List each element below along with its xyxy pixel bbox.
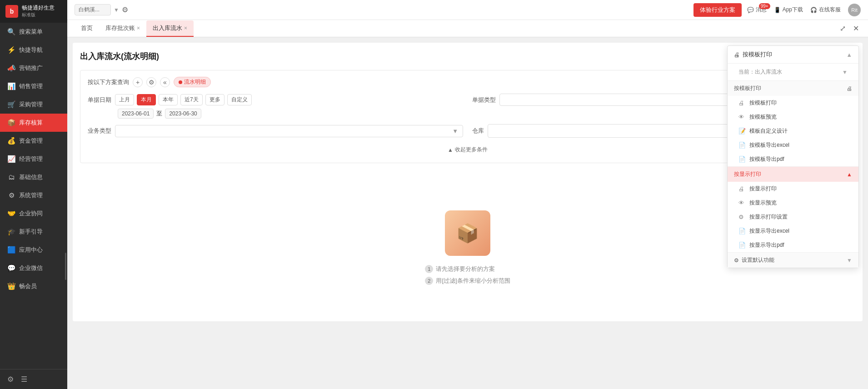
message-badge: 99+: [759, 3, 770, 9]
operation-icon: 📈: [7, 155, 15, 163]
sidebar-item-label-marketing: 营销推广: [19, 64, 43, 72]
dropdown-section-display-header[interactable]: 按显示打印 ▲: [728, 167, 858, 182]
template-export-pdf-label: 按模板导出pdf: [749, 155, 784, 163]
dropdown-panel: 🖨 按模板打印 ▲ 当前：出入库流水 ▼ 按模板打印 🖨 🖨 按模板打印 👁: [727, 45, 859, 268]
date-btn-last7[interactable]: 近7天: [180, 94, 203, 105]
display-print-settings-icon: ⚙: [738, 214, 746, 220]
dropdown-section-template-header[interactable]: 按模板打印 🖨: [728, 81, 858, 96]
date-from-input[interactable]: 2023-06-01: [118, 109, 154, 119]
template-custom-icon: 📝: [738, 128, 746, 135]
step-2-text: 用[过滤]条件来缩小分析范围: [436, 275, 510, 287]
topbar-avatar[interactable]: Rit: [848, 4, 861, 16]
tab-flow[interactable]: 出入库流水 ×: [146, 20, 194, 37]
topbar-dropdown-icon[interactable]: ▼: [114, 7, 119, 13]
empty-step-1: 1 请先选择要分析的方案: [425, 263, 510, 275]
dropdown-item-template-export-excel[interactable]: 📄 按模板导出excel: [728, 138, 858, 152]
filter-date-item: 单据日期 上月 本月 本年 近7天 更多 自定义: [88, 94, 463, 106]
template-custom-label: 模板自定义设计: [749, 127, 788, 135]
date-btn-this-year[interactable]: 本年: [159, 94, 178, 105]
tab-batch-close[interactable]: ×: [137, 25, 140, 31]
dropdown-section-display: 按显示打印 ▲ 🖨 按显示打印 👁 按显示预览 ⚙ 按显示打印设置 📄 按显示导…: [728, 167, 858, 253]
template-preview-icon: 👁: [738, 114, 746, 120]
tab-expand-icon[interactable]: ⤢: [838, 22, 848, 35]
message-icon: 💬: [747, 7, 754, 13]
sidebar-item-system[interactable]: ⚙系统管理: [0, 186, 67, 204]
sidebar-item-guide[interactable]: 🎓新手引导: [0, 223, 67, 241]
tab-home[interactable]: 首页: [75, 20, 99, 37]
app-download-icon: 📱: [774, 7, 781, 13]
sidebar-item-marketing[interactable]: 📣营销推广: [0, 59, 67, 77]
dropdown-footer[interactable]: ⚙ 设置默认功能 ▼: [728, 253, 858, 268]
sidebar-item-label-member: 畅会员: [19, 282, 37, 290]
topbar-gear-icon[interactable]: ⚙: [122, 5, 128, 14]
base-icon: 🗂: [7, 173, 15, 181]
member-icon: 👑: [7, 282, 15, 290]
tabs-bar: 首页 库存批次账 × 出入库流水 × ⤢ ✕: [67, 20, 868, 37]
dropdown-item-template-export-pdf[interactable]: 📄 按模板导出pdf: [728, 152, 858, 166]
dropdown-item-display-preview[interactable]: 👁 按显示预览: [728, 196, 858, 210]
dropdown-item-display-print[interactable]: 🖨 按显示打印: [728, 182, 858, 196]
sidebar-item-cooperation[interactable]: 🤝企业协同: [0, 204, 67, 223]
menu-collapse-icon[interactable]: ☰: [21, 375, 27, 384]
dropdown-item-template-print[interactable]: 🖨 按模板打印: [728, 96, 858, 110]
sidebar-item-inventory[interactable]: 📦库存核算: [0, 114, 67, 132]
date-btn-current-month[interactable]: 本月: [137, 94, 156, 105]
dropdown-sub-current: 当前：出入库流水 ▼: [728, 64, 858, 81]
filter-settings-button[interactable]: ⚙: [146, 77, 156, 87]
tab-batch[interactable]: 库存批次账 ×: [99, 20, 146, 37]
trial-button[interactable]: 体验行业方案: [693, 3, 742, 17]
sidebar-item-base[interactable]: 🗂基础信息: [0, 168, 67, 186]
settings-icon[interactable]: ⚙: [7, 375, 14, 384]
topbar-app-download[interactable]: 📱 App下载: [774, 6, 803, 14]
filter-biz-type-select[interactable]: ▼: [115, 125, 463, 137]
date-separator: 至: [156, 110, 162, 118]
sidebar-item-operation[interactable]: 📈经营管理: [0, 150, 67, 168]
dropdown-footer-chevron: ▼: [847, 257, 852, 264]
template-export-excel-label: 按模板导出excel: [749, 141, 789, 149]
dropdown-item-template-preview[interactable]: 👁 按模板预览: [728, 110, 858, 124]
search-icon: 🔍: [7, 28, 15, 36]
sidebar-item-wechat[interactable]: 💬企业微信: [0, 259, 67, 277]
headset-icon: 🎧: [810, 7, 817, 13]
sidebar-item-sales[interactable]: 📊销售管理: [0, 77, 67, 95]
date-btn-prev-month[interactable]: 上月: [115, 94, 134, 105]
filter-tag[interactable]: 流水明细: [174, 77, 211, 87]
sidebar-item-member[interactable]: 👑畅会员: [0, 277, 67, 295]
sidebar-nav: 🔍搜索菜单⚡快捷导航📣营销推广📊销售管理🛒采购管理📦库存核算💰资金管理📈经营管理…: [0, 23, 67, 369]
dropdown-item-display-export-excel[interactable]: 📄 按显示导出excel: [728, 224, 858, 238]
sidebar-item-finance[interactable]: 💰资金管理: [0, 132, 67, 150]
dropdown-item-display-export-pdf[interactable]: 📄 按显示导出pdf: [728, 238, 858, 252]
marketing-icon: 📣: [7, 64, 15, 72]
date-btn-more[interactable]: 更多: [205, 94, 224, 105]
sidebar-item-label-system: 系统管理: [19, 191, 43, 199]
purchase-icon: 🛒: [7, 100, 15, 109]
tab-close-all-icon[interactable]: ✕: [851, 22, 861, 35]
app-logo-icon: b: [5, 5, 18, 18]
filter-add-button[interactable]: +: [133, 77, 143, 87]
quick-nav-icon: ⚡: [7, 46, 15, 54]
date-btn-custom[interactable]: 自定义: [227, 94, 252, 105]
filter-tag-label: 流水明细: [184, 78, 206, 86]
sidebar-item-label-guide: 新手引导: [19, 228, 43, 236]
dropdown-sub-chevron[interactable]: ▼: [842, 69, 848, 75]
main-area: 白鹤溪... ▼ ⚙ 体验行业方案 💬 消息 99+ 📱 App下载 🎧 在线客…: [67, 0, 868, 389]
date-to-input[interactable]: 2023-06-30: [165, 109, 201, 119]
dropdown-sub-label: 当前：出入库流水: [738, 68, 782, 76]
dropdown-item-display-print-settings[interactable]: ⚙ 按显示打印设置: [728, 210, 858, 224]
sidebar-item-appcenter[interactable]: 🟦应用中心: [0, 241, 67, 259]
tab-flow-close[interactable]: ×: [184, 25, 187, 31]
sidebar-item-purchase[interactable]: 🛒采购管理: [0, 95, 67, 114]
topbar-username[interactable]: 白鹤溪...: [75, 4, 111, 15]
sidebar-item-quick-nav[interactable]: ⚡快捷导航: [0, 41, 67, 59]
dropdown-section-display-label: 按显示打印: [734, 170, 761, 178]
sidebar-item-search[interactable]: 🔍搜索菜单: [0, 23, 67, 41]
template-print-label: 按模板打印: [749, 99, 777, 107]
filter-collapse-button[interactable]: «: [160, 77, 170, 87]
dropdown-section-template: 按模板打印 🖨 🖨 按模板打印 👁 按模板预览 📝 模板自定义设计 📄 按模板导…: [728, 81, 858, 167]
dropdown-item-template-custom[interactable]: 📝 模板自定义设计: [728, 124, 858, 138]
topbar-message[interactable]: 💬 消息 99+: [747, 6, 767, 14]
dropdown-chevron-up[interactable]: ▲: [846, 51, 852, 58]
dropdown-panel-header: 🖨 按模板打印 ▲: [728, 46, 858, 64]
topbar-online-service[interactable]: 🎧 在线客服: [810, 6, 841, 14]
topbar: 白鹤溪... ▼ ⚙ 体验行业方案 💬 消息 99+ 📱 App下载 🎧 在线客…: [67, 0, 868, 20]
